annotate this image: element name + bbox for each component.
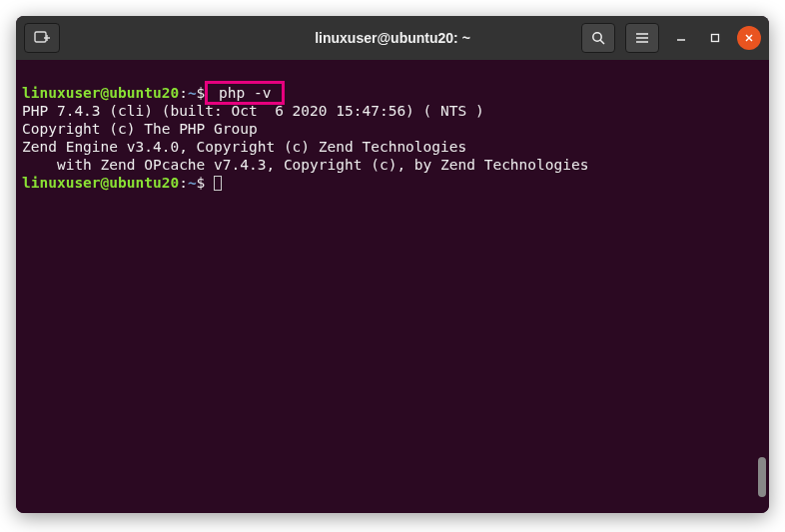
close-icon (744, 33, 754, 43)
menu-button[interactable] (625, 23, 659, 53)
search-button[interactable] (581, 23, 615, 53)
prompt-colon: : (179, 175, 188, 191)
titlebar: linuxuser@ubuntu20: ~ (16, 16, 769, 60)
svg-rect-0 (35, 32, 46, 42)
minimize-button[interactable] (669, 26, 693, 50)
prompt-user: linuxuser@ubuntu20 (22, 175, 179, 191)
svg-line-4 (600, 40, 604, 44)
output-line-4: with Zend OPcache v7.4.3, Copyright (c),… (22, 157, 588, 173)
search-icon (591, 31, 605, 45)
hamburger-icon (635, 31, 649, 45)
new-tab-icon (34, 30, 50, 46)
output-line-1: PHP 7.4.3 (cli) (built: Oct 6 2020 15:47… (22, 103, 484, 119)
scrollbar-thumb[interactable] (758, 457, 766, 497)
terminal-body[interactable]: linuxuser@ubuntu20:~$ php -v PHP 7.4.3 (… (16, 60, 769, 513)
svg-rect-9 (712, 35, 719, 42)
titlebar-controls (581, 23, 761, 53)
prompt-path: ~ (188, 175, 197, 191)
output-line-2: Copyright (c) The PHP Group (22, 121, 258, 137)
prompt-colon: : (179, 85, 188, 101)
new-tab-button[interactable] (24, 23, 60, 53)
output-line-3: Zend Engine v3.4.0, Copyright (c) Zend T… (22, 139, 466, 155)
maximize-button[interactable] (703, 26, 727, 50)
minimize-icon (676, 33, 686, 43)
prompt-dollar: $ (197, 85, 206, 101)
svg-point-3 (593, 33, 601, 41)
prompt-user: linuxuser@ubuntu20 (22, 85, 179, 101)
prompt-line-2: linuxuser@ubuntu20:~$ (22, 175, 222, 191)
prompt-path: ~ (188, 85, 197, 101)
prompt-dollar: $ (197, 175, 206, 191)
close-button[interactable] (737, 26, 761, 50)
command-highlight: php -v (205, 81, 285, 105)
prompt-line-1: linuxuser@ubuntu20:~$ php -v (22, 85, 285, 101)
cursor (214, 176, 222, 191)
command-text: php -v (210, 85, 280, 101)
terminal-window: linuxuser@ubuntu20: ~ (16, 16, 769, 513)
maximize-icon (710, 33, 720, 43)
